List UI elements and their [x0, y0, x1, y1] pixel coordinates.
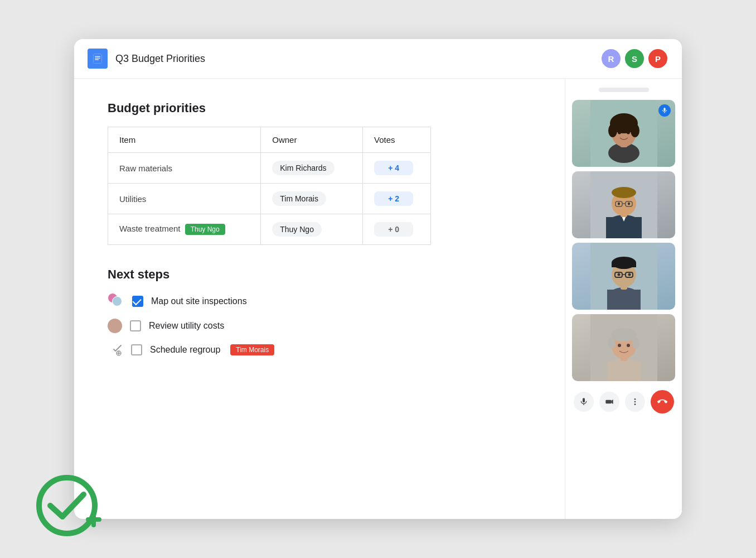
col-header-item: Item	[108, 127, 261, 153]
owner-badge: Kim Richards	[272, 161, 334, 175]
video-tile-3	[572, 243, 675, 310]
video-panel	[565, 79, 682, 519]
svg-point-63	[634, 403, 636, 405]
active-mic-badge	[658, 104, 671, 117]
more-options-button[interactable]	[625, 392, 645, 412]
tooltip-tim-morais: Tim Morais	[230, 344, 274, 355]
budget-table: Item Owner Votes Raw materials Kim Richa…	[108, 127, 431, 245]
svg-point-34	[628, 203, 630, 205]
table-row: Raw materials Kim Richards + 4	[108, 153, 431, 184]
svg-point-54	[632, 338, 640, 349]
avatar-single	[108, 319, 122, 333]
step-avatar-small	[112, 296, 122, 306]
table-row: Waste treatment Thuy Ngo Thuy Ngo + 0	[108, 214, 431, 245]
svg-point-18	[631, 124, 639, 137]
svg-point-56	[627, 344, 630, 347]
svg-rect-21	[664, 108, 666, 111]
svg-rect-57	[583, 398, 585, 402]
header-avatars: R S P	[600, 48, 668, 69]
video-controls	[572, 390, 675, 413]
avatar-group	[108, 293, 124, 310]
cell-owner: Tim Morais	[261, 184, 363, 214]
vote-badge: + 4	[374, 161, 413, 175]
svg-rect-41	[612, 263, 636, 267]
avatar-p[interactable]: P	[647, 48, 668, 69]
document-title: Q3 Budget Priorities	[115, 53, 205, 65]
mic-button[interactable]	[574, 392, 594, 412]
checkbox-unchecked[interactable]	[130, 320, 141, 331]
vote-badge: + 2	[374, 191, 413, 206]
svg-point-33	[618, 203, 620, 205]
steps-list: Map out site inspections Review utility …	[108, 293, 537, 358]
app-window: Q3 Budget Priorities R S P Budget priori…	[74, 39, 682, 519]
budget-title: Budget priorities	[108, 101, 537, 116]
cell-votes: + 2	[363, 184, 431, 214]
bottom-logo	[33, 466, 106, 541]
svg-rect-5	[94, 54, 102, 64]
video-panel-bar	[599, 88, 649, 92]
add-task-icon	[108, 342, 123, 358]
col-header-votes: Votes	[363, 127, 431, 153]
table-row: Utilities Tim Morais + 2	[108, 184, 431, 214]
person-face-4	[572, 314, 675, 381]
hangup-button[interactable]	[651, 390, 674, 413]
svg-point-52	[611, 328, 637, 341]
person-face-2	[572, 171, 675, 238]
step-label: Map out site inspections	[151, 296, 247, 306]
owner-badge: Tim Morais	[272, 191, 326, 206]
svg-point-61	[634, 398, 636, 400]
step-label: Schedule regroup	[150, 345, 220, 355]
svg-point-46	[628, 273, 631, 276]
svg-point-62	[634, 401, 636, 403]
svg-point-29	[612, 187, 636, 198]
vote-badge: + 0	[374, 222, 413, 237]
cell-item: Waste treatment Thuy Ngo	[108, 214, 261, 245]
list-item: Map out site inspections	[108, 293, 537, 310]
svg-point-17	[608, 124, 617, 137]
avatar-r[interactable]: R	[600, 48, 622, 69]
cell-owner: Thuy Ngo	[261, 214, 363, 245]
svg-rect-59	[605, 400, 611, 404]
person-face-3	[572, 243, 675, 310]
header: Q3 Budget Priorities R S P	[74, 39, 682, 79]
cell-item: Utilities	[108, 184, 261, 214]
svg-point-19	[618, 131, 621, 134]
checkbox-unchecked[interactable]	[131, 344, 142, 355]
doc-panel: Budget priorities Item Owner Votes Raw m…	[74, 79, 565, 519]
cell-item: Raw materials	[108, 153, 261, 184]
list-item: Review utility costs	[108, 319, 537, 333]
step-label: Review utility costs	[149, 321, 224, 331]
camera-button[interactable]	[599, 392, 619, 412]
checkbox-checked[interactable]	[132, 296, 143, 307]
col-header-owner: Owner	[261, 127, 363, 153]
cell-owner: Kim Richards	[261, 153, 363, 184]
svg-point-53	[608, 338, 616, 349]
next-steps-section: Next steps Map out site inspections	[108, 267, 537, 358]
svg-point-45	[617, 273, 620, 276]
table-header-row: Item Owner Votes	[108, 127, 431, 153]
tooltip-thuy-ngo: Thuy Ngo	[185, 224, 225, 235]
cell-votes: + 0	[363, 214, 431, 245]
video-tile-2	[572, 171, 675, 238]
avatar-s[interactable]: S	[624, 48, 645, 69]
owner-badge: Thuy Ngo	[272, 222, 322, 237]
header-left: Q3 Budget Priorities	[88, 49, 205, 69]
video-tile-4	[572, 314, 675, 381]
video-tile-1	[572, 100, 675, 167]
svg-marker-60	[611, 400, 613, 404]
cell-votes: + 4	[363, 153, 431, 184]
svg-rect-37	[607, 290, 641, 310]
cell-item-text: Waste treatment	[119, 224, 180, 233]
list-item: Schedule regroup Tim Morais	[108, 342, 537, 358]
svg-point-20	[627, 131, 630, 134]
docs-icon	[88, 49, 108, 69]
budget-section: Budget priorities Item Owner Votes Raw m…	[108, 101, 537, 245]
svg-rect-49	[607, 361, 641, 381]
svg-point-55	[618, 344, 621, 347]
next-steps-title: Next steps	[108, 267, 537, 282]
main-content: Budget priorities Item Owner Votes Raw m…	[74, 79, 682, 519]
